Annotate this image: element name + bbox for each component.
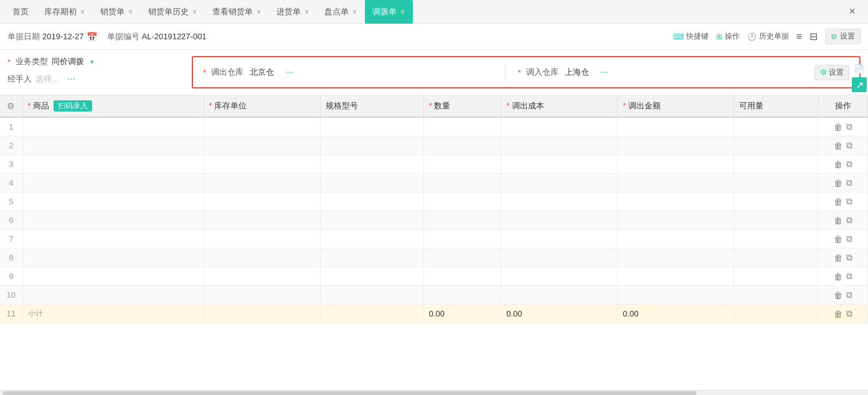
- copy-row-btn[interactable]: ⧉: [846, 252, 852, 263]
- unit-cell[interactable]: [204, 136, 320, 155]
- amount-cell[interactable]: [618, 249, 734, 267]
- unit-cell[interactable]: [204, 155, 320, 174]
- cost-cell[interactable]: [501, 174, 618, 193]
- unit-cell[interactable]: [204, 286, 320, 305]
- table-container[interactable]: ⚙ * 商品 扫码录入 * 库存单位 规格型号: [0, 95, 868, 390]
- amount-cell[interactable]: [618, 230, 734, 249]
- cost-cell[interactable]: [501, 136, 618, 155]
- product-cell[interactable]: [22, 155, 204, 174]
- cost-cell[interactable]: [501, 155, 618, 174]
- close-sales-order[interactable]: ×: [128, 7, 133, 16]
- tab-inventory-init[interactable]: 库存期初 ×: [37, 0, 93, 24]
- unit-cell[interactable]: [204, 230, 320, 249]
- spec-cell[interactable]: [320, 155, 423, 174]
- amount-cell[interactable]: [618, 267, 734, 286]
- cost-cell[interactable]: [501, 249, 618, 267]
- delete-row-btn[interactable]: 🗑: [834, 197, 842, 207]
- qty-cell[interactable]: [423, 211, 501, 230]
- tab-stocktake[interactable]: 盘点单 ×: [317, 0, 365, 24]
- delete-row-btn[interactable]: 🗑: [834, 141, 842, 151]
- delete-row-btn[interactable]: 🗑: [834, 290, 842, 300]
- close-view-sales[interactable]: ×: [257, 7, 261, 16]
- qty-cell[interactable]: [423, 117, 501, 136]
- copy-row-btn[interactable]: ⧉: [846, 140, 852, 151]
- copy-btn[interactable]: ⧉: [846, 308, 852, 319]
- delete-row-btn[interactable]: 🗑: [834, 159, 842, 169]
- close-transfer[interactable]: ×: [400, 7, 405, 16]
- close-sales-history[interactable]: ×: [192, 7, 197, 16]
- amount-cell[interactable]: [618, 211, 734, 230]
- product-cell[interactable]: [22, 267, 204, 286]
- copy-row-btn[interactable]: ⧉: [846, 159, 852, 169]
- close-stocktake[interactable]: ×: [352, 7, 357, 16]
- biz-type-dropdown-icon[interactable]: ▾: [90, 58, 94, 66]
- unit-cell[interactable]: [204, 211, 320, 230]
- amount-cell[interactable]: [618, 193, 734, 211]
- amount-cell[interactable]: [618, 286, 734, 305]
- product-cell[interactable]: [22, 230, 204, 249]
- cost-cell[interactable]: [501, 286, 618, 305]
- unit-cell[interactable]: [204, 117, 320, 136]
- cost-cell[interactable]: [501, 193, 618, 211]
- spec-cell[interactable]: [320, 286, 423, 305]
- tab-sales-history[interactable]: 销货单历史 ×: [141, 0, 205, 24]
- layout2-btn[interactable]: ⊟: [809, 31, 818, 42]
- spec-cell[interactable]: [320, 136, 423, 155]
- calendar-icon[interactable]: 📅: [87, 32, 97, 42]
- spec-cell[interactable]: [320, 230, 423, 249]
- operations-btn[interactable]: ⊞ 操作: [716, 31, 740, 42]
- horizontal-scrollbar[interactable]: [0, 390, 868, 395]
- unit-cell[interactable]: [204, 193, 320, 211]
- settings-column-icon[interactable]: ⚙: [7, 101, 15, 111]
- close-purchase[interactable]: ×: [304, 7, 309, 16]
- copy-row-btn[interactable]: ⧉: [846, 196, 852, 207]
- qty-cell[interactable]: [423, 267, 501, 286]
- unit-cell[interactable]: [204, 267, 320, 286]
- amount-cell[interactable]: [618, 117, 734, 136]
- cost-cell[interactable]: [501, 211, 618, 230]
- amount-cell[interactable]: [618, 174, 734, 193]
- delete-row-btn[interactable]: 🗑: [834, 122, 842, 132]
- copy-row-btn[interactable]: ⧉: [846, 234, 852, 244]
- scan-btn[interactable]: 扫码录入: [54, 100, 92, 112]
- amount-cell[interactable]: [618, 155, 734, 174]
- delete-row-btn[interactable]: 🗑: [834, 216, 842, 226]
- product-cell[interactable]: [22, 193, 204, 211]
- tab-home[interactable]: 首页: [5, 0, 37, 24]
- product-cell[interactable]: [22, 136, 204, 155]
- unit-cell[interactable]: [204, 174, 320, 193]
- copy-row-btn[interactable]: ⧉: [846, 121, 852, 132]
- layout1-btn[interactable]: ≡: [796, 31, 802, 42]
- spec-cell[interactable]: [320, 193, 423, 211]
- tab-purchase[interactable]: 进货单 ×: [269, 0, 317, 24]
- sidebar-doc-icon[interactable]: 📄: [852, 61, 867, 76]
- product-cell[interactable]: [22, 249, 204, 267]
- history-btn[interactable]: 🕐 历史单据: [747, 31, 789, 42]
- qty-cell[interactable]: [423, 155, 501, 174]
- copy-row-btn[interactable]: ⧉: [846, 178, 852, 188]
- qty-cell[interactable]: [423, 174, 501, 193]
- amount-cell[interactable]: [618, 136, 734, 155]
- cost-cell[interactable]: [501, 117, 618, 136]
- delete-row-btn[interactable]: 🗑: [834, 234, 842, 244]
- close-inventory-init[interactable]: ×: [80, 7, 85, 16]
- spec-cell[interactable]: [320, 249, 423, 267]
- copy-row-btn[interactable]: ⧉: [846, 271, 852, 282]
- cost-cell[interactable]: [501, 230, 618, 249]
- handler-more-icon[interactable]: ···: [67, 74, 75, 85]
- delete-row-btn[interactable]: 🗑: [834, 253, 842, 263]
- handler-value[interactable]: 选择...: [35, 74, 59, 85]
- warehouse-settings-btn[interactable]: ⚙ 设置: [814, 65, 849, 80]
- delete-row-btn[interactable]: 🗑: [834, 178, 842, 188]
- product-cell[interactable]: [22, 211, 204, 230]
- tab-transfer[interactable]: 调拨单 ×: [365, 0, 413, 24]
- delete-row-btn[interactable]: 🗑: [834, 272, 842, 282]
- qty-cell[interactable]: [423, 193, 501, 211]
- qty-cell[interactable]: [423, 249, 501, 267]
- copy-row-btn[interactable]: ⧉: [846, 290, 852, 300]
- product-cell[interactable]: [22, 174, 204, 193]
- delete-btn[interactable]: 🗑: [834, 309, 842, 319]
- in-warehouse-more-icon[interactable]: ···: [600, 67, 608, 78]
- qty-cell[interactable]: [423, 286, 501, 305]
- shortcuts-btn[interactable]: ⌨ 快捷键: [673, 31, 709, 42]
